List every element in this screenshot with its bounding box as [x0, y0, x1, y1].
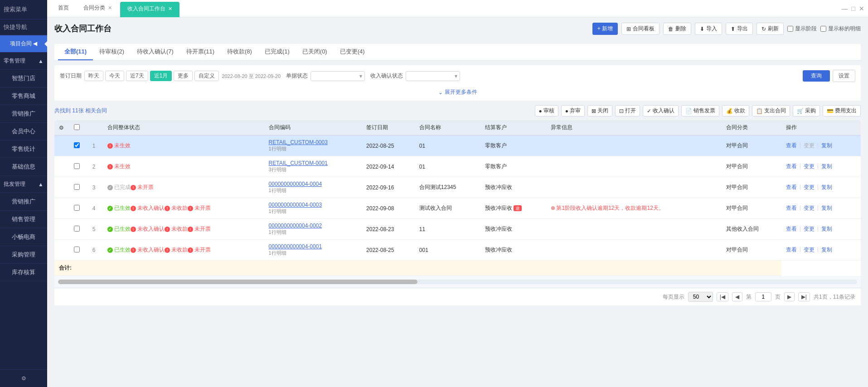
- row-checkbox[interactable]: [74, 226, 80, 232]
- out-contract-button[interactable]: 📋 支出合同: [752, 105, 790, 116]
- close-tab-income-workbench[interactable]: ✕: [168, 6, 172, 12]
- sidebar-item-retail-mall[interactable]: 零售商城: [0, 87, 47, 105]
- sidebar-item-retail-stat[interactable]: 零售统计: [0, 140, 47, 158]
- change-link[interactable]: 变更: [804, 142, 815, 150]
- change-link[interactable]: 变更: [804, 163, 815, 170]
- copy-link[interactable]: 复制: [821, 204, 832, 212]
- page-number-input[interactable]: [755, 292, 771, 301]
- row-code[interactable]: 0000000000004-0001 1行明细: [264, 240, 362, 261]
- contract-code-link[interactable]: RETAIL_CUSTOM-0001: [269, 160, 328, 166]
- first-page-button[interactable]: |◀: [717, 292, 728, 301]
- filter-tab-pending-collection[interactable]: 待收款(8): [221, 44, 258, 60]
- doc-status-select[interactable]: [310, 71, 365, 81]
- sidebar-quick-nav[interactable]: 快捷导航: [0, 19, 47, 35]
- col-settings[interactable]: ⚙: [54, 120, 68, 135]
- row-code[interactable]: 0000000000004-0003 1行明细: [264, 198, 362, 219]
- export-button[interactable]: ⬆ 导出: [726, 23, 753, 35]
- date-btn-7days[interactable]: 近7天: [126, 71, 148, 81]
- view-link[interactable]: 查看: [786, 184, 797, 191]
- filter-tab-all[interactable]: 全部(11): [58, 44, 93, 60]
- filter-tab-pending-review[interactable]: 待审核(2): [93, 44, 131, 60]
- copy-link[interactable]: 复制: [821, 246, 832, 254]
- sidebar-item-batch-mgmt[interactable]: 批发管理 ▲: [0, 176, 47, 193]
- expand-conditions-button[interactable]: ⌄ 展开更多条件: [438, 88, 477, 96]
- date-btn-1month[interactable]: 近1月: [150, 71, 172, 81]
- row-checkbox[interactable]: [74, 184, 80, 190]
- change-link[interactable]: 变更: [804, 225, 815, 233]
- close-tab-contract-cat[interactable]: ✕: [108, 5, 112, 11]
- change-link[interactable]: 变更: [804, 246, 815, 254]
- date-btn-today[interactable]: 今天: [105, 71, 124, 81]
- view-link[interactable]: 查看: [786, 204, 797, 212]
- row-checkbox-cell[interactable]: [68, 177, 85, 198]
- tab-contract-cat[interactable]: 合同分类 ✕: [76, 0, 119, 17]
- page-size-select[interactable]: 50 10 20 100: [688, 292, 713, 302]
- copy-link[interactable]: 复制: [821, 163, 832, 170]
- view-link[interactable]: 查看: [786, 163, 797, 170]
- sidebar-item-project[interactable]: 项目合同 ◀: [0, 35, 47, 53]
- copy-link[interactable]: 复制: [821, 184, 832, 191]
- row-checkbox-cell[interactable]: [68, 219, 85, 240]
- filter-tab-completed[interactable]: 已完成(1): [258, 44, 296, 60]
- sidebar-item-marketing2[interactable]: 营销推广: [0, 193, 47, 211]
- date-btn-more[interactable]: 更多: [174, 71, 193, 81]
- contract-code-link[interactable]: 0000000000004-0002: [269, 223, 322, 229]
- show-details-checkbox[interactable]: 显示标的明细: [820, 25, 861, 33]
- import-button[interactable]: ⬇ 导入: [695, 23, 722, 35]
- filter-tab-pending-confirm[interactable]: 待收入确认(7): [131, 44, 180, 60]
- income-confirm-button[interactable]: ✓ 收入确认: [643, 105, 679, 116]
- contract-code-link[interactable]: 0000000000004-0001: [269, 243, 322, 250]
- view-link[interactable]: 查看: [786, 246, 797, 254]
- row-checkbox-cell[interactable]: [68, 135, 85, 156]
- prev-page-button[interactable]: ◀: [732, 292, 742, 301]
- sidebar-search[interactable]: 搜索菜单: [0, 0, 47, 19]
- add-button[interactable]: + 新增: [592, 23, 618, 35]
- row-checkbox[interactable]: [74, 142, 80, 148]
- review-button[interactable]: ● 审核: [535, 105, 558, 116]
- set-button[interactable]: 设置: [833, 70, 855, 82]
- view-link[interactable]: 查看: [786, 142, 797, 150]
- date-btn-yesterday[interactable]: 昨天: [84, 71, 103, 81]
- horizontal-scrollbar[interactable]: [58, 280, 857, 284]
- collection-button[interactable]: 💰 收款: [722, 105, 749, 116]
- show-fields-checkbox[interactable]: 显示阶段: [787, 25, 817, 33]
- minimize-icon[interactable]: —: [842, 5, 848, 12]
- filter-tab-changed[interactable]: 已变更(4): [334, 44, 371, 60]
- select-all-checkbox[interactable]: [74, 124, 80, 130]
- contract-code-link[interactable]: 0000000000004-0004: [269, 181, 322, 187]
- row-checkbox[interactable]: [74, 205, 80, 211]
- delete-button[interactable]: 🗑 删除: [663, 23, 691, 35]
- row-checkbox[interactable]: [74, 163, 80, 169]
- maximize-icon[interactable]: □: [852, 5, 855, 12]
- close-contract-button[interactable]: ⊠ 关闭: [587, 105, 612, 116]
- sidebar-item-base-info[interactable]: 基础信息: [0, 158, 47, 176]
- sales-invoice-button[interactable]: 📄 销售发票: [681, 105, 719, 116]
- view-link[interactable]: 查看: [786, 225, 797, 233]
- date-btn-custom[interactable]: 自定义: [194, 71, 219, 81]
- tab-home[interactable]: 首页: [51, 0, 76, 17]
- row-checkbox-cell[interactable]: [68, 156, 85, 177]
- sidebar-settings[interactable]: ⚙: [0, 369, 47, 387]
- row-code[interactable]: RETAIL_CUSTOM-0003 1行明细: [264, 135, 362, 156]
- contract-board-button[interactable]: ⊞ 合同看板: [621, 23, 659, 35]
- abandon-review-button[interactable]: ● 弃审: [561, 105, 585, 116]
- row-checkbox-cell[interactable]: [68, 198, 85, 219]
- open-contract-button[interactable]: ⊡ 打开: [615, 105, 640, 116]
- income-confirm-select[interactable]: [406, 71, 460, 81]
- row-code[interactable]: RETAIL_CUSTOM-0001 3行明细: [264, 156, 362, 177]
- scrollbar-thumb[interactable]: [58, 280, 417, 284]
- close-window-icon[interactable]: ✕: [859, 5, 864, 12]
- sidebar-item-xiaochangec[interactable]: 小畅电商: [0, 228, 47, 246]
- filter-tab-closed[interactable]: 已关闭(0): [296, 44, 334, 60]
- change-link[interactable]: 变更: [804, 204, 815, 212]
- row-code[interactable]: 0000000000004-0004 1行明细: [264, 177, 362, 198]
- sidebar-item-purchase[interactable]: 采购管理: [0, 246, 47, 264]
- refresh-button[interactable]: ↻ 刷新: [756, 23, 784, 35]
- sidebar-item-smart-store[interactable]: 智慧门店: [0, 70, 47, 87]
- row-code[interactable]: 0000000000004-0002 1行明细: [264, 219, 362, 240]
- query-button[interactable]: 查询: [803, 70, 830, 82]
- purchase-button[interactable]: 🛒 采购: [793, 105, 820, 116]
- next-page-button[interactable]: ▶: [784, 292, 795, 301]
- contract-code-link[interactable]: 0000000000004-0003: [269, 202, 322, 208]
- col-check[interactable]: [68, 120, 85, 135]
